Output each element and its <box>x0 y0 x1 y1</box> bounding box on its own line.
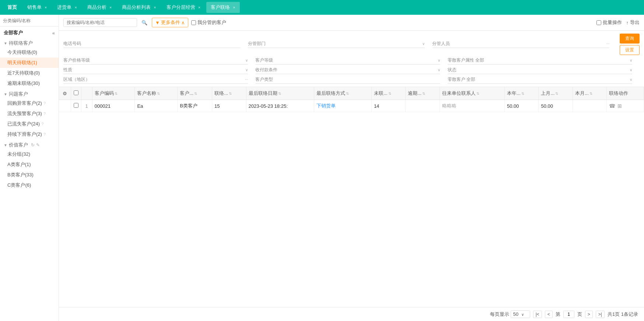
col-unlinked-sort[interactable]: ⇅ <box>388 92 391 96</box>
row-customer-name[interactable]: Ea <box>135 100 178 112</box>
sidebar-item-today[interactable]: 今天待联络(0) <box>0 47 59 58</box>
filter-field-payment[interactable]: 收付款条件 ∨ <box>255 67 440 74</box>
sidebar-group-value-refresh[interactable]: ↻ <box>31 142 35 148</box>
nav-home[interactable]: 首页 <box>3 2 21 13</box>
my-customers-check[interactable]: 我分管的客户 <box>191 19 226 26</box>
col-this-month[interactable]: 本月...⇅ <box>573 87 606 100</box>
filter-dept-arrow[interactable]: ∨ <box>422 42 425 46</box>
batch-op-btn[interactable]: 批量操作 <box>596 19 622 26</box>
col-customer-type-sort[interactable]: ⇅ <box>194 92 197 96</box>
row-checkbox[interactable] <box>74 103 78 108</box>
filter-person-dots[interactable]: ··· <box>606 42 609 46</box>
col-unit-contact-sort[interactable]: ⇅ <box>476 92 479 96</box>
col-last-contact-method-sort[interactable]: ⇅ <box>346 92 349 96</box>
sidebar-item-ungrouped[interactable]: 未分组(32) <box>0 149 59 159</box>
col-contact-count[interactable]: 联络...⇅ <box>212 87 246 100</box>
export-btn[interactable]: ↑ 导出 <box>626 19 640 26</box>
sidebar-all-customers-header[interactable]: 全部客户 « <box>0 27 59 38</box>
more-conditions-btn[interactable]: ▼ 更多条件 ∧ <box>152 18 188 27</box>
nav-close-customer-contact[interactable]: × <box>233 5 235 10</box>
col-customer-name[interactable]: 客户名称⇅ <box>135 87 178 100</box>
sidebar-collapse-icon[interactable]: « <box>52 30 55 36</box>
col-this-year[interactable]: 本年...⇅ <box>505 87 539 100</box>
page-next-btn[interactable]: > <box>585 311 593 318</box>
filter-field-customer-grade[interactable]: 客户等级 ∨ <box>255 57 440 65</box>
sidebar-item-repurchase-abnormal[interactable]: 回购异常客户(2) ? <box>0 98 59 108</box>
row-contact-method-link[interactable]: 下销货单 <box>316 103 336 108</box>
filter-retail-customer-arrow[interactable]: ∨ <box>630 77 632 82</box>
col-last-month-sort[interactable]: ⇅ <box>555 92 558 96</box>
filter-region-dots[interactable]: ··· <box>245 77 248 82</box>
nav-item-goods-list[interactable]: 商品分析列表 × <box>118 2 160 13</box>
filter-field-status[interactable]: 状态 ∨ <box>448 67 632 74</box>
filter-payment-arrow[interactable]: ∨ <box>438 68 440 72</box>
row-action-phone-icon[interactable]: ☎ <box>609 103 615 109</box>
col-this-year-sort[interactable]: ⇅ <box>521 92 524 96</box>
nav-close-sales[interactable]: × <box>45 5 47 10</box>
nav-item-customer-segment[interactable]: 客户分层经营 × <box>162 2 205 13</box>
sidebar-item-tomorrow[interactable]: 明天待联络(1) <box>0 58 59 68</box>
col-unlinked[interactable]: 未联...⇅ <box>371 87 405 100</box>
col-unit-contact[interactable]: 往来单位联系人⇅ <box>440 87 504 100</box>
row-check[interactable] <box>71 100 81 112</box>
filter-field-dept[interactable]: 分管部门 ∨ <box>248 41 425 48</box>
filter-field-region[interactable]: 区域（地区） ··· <box>63 76 248 84</box>
nav-close-goods-analysis[interactable]: × <box>109 5 112 10</box>
nav-item-sales[interactable]: 销售单 × <box>23 2 51 13</box>
col-gear[interactable]: ⚙ <box>59 87 71 100</box>
page-last-btn[interactable]: >| <box>596 311 605 318</box>
settings-button[interactable]: 设置 <box>620 45 640 55</box>
col-customer-code-sort[interactable]: ⇅ <box>115 92 118 96</box>
nav-item-customer-contact[interactable]: 客户联络 × <box>206 2 239 13</box>
row-action-grid-icon[interactable]: ⊞ <box>617 103 622 109</box>
col-customer-name-sort[interactable]: ⇅ <box>157 92 160 96</box>
sidebar-item-declining[interactable]: 持续下滑客户(2) ? <box>0 129 59 139</box>
col-last-contact-method[interactable]: 最后联络方式⇅ <box>314 87 371 100</box>
sidebar-item-lost[interactable]: 已流失客户(24) ? <box>0 119 59 129</box>
sidebar-item-classC[interactable]: C类客户(6) <box>0 180 59 190</box>
filter-field-customer-type[interactable]: 客户类型 <box>255 76 440 84</box>
sidebar-item-7days[interactable]: 近7天待联络(0) <box>0 68 59 78</box>
filter-customer-grade-arrow[interactable]: ∨ <box>438 58 440 62</box>
filter-status-arrow[interactable]: ∨ <box>630 68 632 72</box>
select-all-checkbox[interactable] <box>74 90 78 95</box>
col-this-month-sort[interactable]: ⇅ <box>589 92 592 96</box>
filter-field-retail-attr[interactable]: 零散客户属性 全部 ∨ <box>448 57 632 65</box>
sidebar-item-overdue[interactable]: 逾期未联络(30) <box>0 78 59 89</box>
filter-field-price-grade[interactable]: 客户价格等级 ∨ <box>63 57 248 65</box>
col-last-contact-date-sort[interactable]: ⇅ <box>278 92 281 96</box>
nav-item-goods-analysis[interactable]: 商品分析 × <box>83 2 116 13</box>
my-customers-checkbox[interactable] <box>191 20 196 25</box>
col-overdue[interactable]: 逾期...⇅ <box>406 87 440 100</box>
row-last-contact-method[interactable]: 下销货单 <box>314 100 371 112</box>
sidebar-item-loss-warning[interactable]: 流失预警客户(3) ? <box>0 108 59 119</box>
col-last-contact-date[interactable]: 最后联络日期⇅ <box>246 87 314 100</box>
col-last-month[interactable]: 上月...⇅ <box>539 87 573 100</box>
filter-field-person[interactable]: 分管人员 ··· <box>432 41 609 48</box>
filter-nature-arrow[interactable]: ∨ <box>245 68 248 72</box>
nav-close-purchase[interactable]: × <box>74 5 77 10</box>
sidebar-item-classB[interactable]: B类客户(33) <box>0 170 59 180</box>
sidebar-item-classA[interactable]: A类客户(1) <box>0 159 59 170</box>
col-customer-type[interactable]: 客户...⇅ <box>178 87 212 100</box>
col-contact-count-sort[interactable]: ⇅ <box>229 92 232 96</box>
col-overdue-sort[interactable]: ⇅ <box>422 92 425 96</box>
filter-search-input[interactable] <box>63 18 137 27</box>
row-customer-code[interactable]: 000021 <box>92 100 135 112</box>
col-check[interactable] <box>71 87 81 100</box>
page-prev-btn[interactable]: < <box>545 311 553 318</box>
query-button[interactable]: 查询 <box>620 34 640 44</box>
nav-item-purchase[interactable]: 进货单 × <box>53 2 81 13</box>
sidebar-group-value-edit[interactable]: ✎ <box>36 142 40 148</box>
sidebar-search-input[interactable] <box>3 18 58 23</box>
filter-field-nature[interactable]: 性质 ∨ <box>63 67 248 74</box>
filter-retail-attr-arrow[interactable]: ∨ <box>630 58 632 62</box>
filter-field-phone[interactable]: 电话号码 <box>63 41 241 48</box>
nav-close-customer-segment[interactable]: × <box>198 5 200 10</box>
col-customer-code[interactable]: 客户编码⇅ <box>92 87 135 100</box>
filter-search-button[interactable]: 🔍 <box>140 18 149 27</box>
page-number-input[interactable] <box>563 311 574 318</box>
batch-op-checkbox[interactable] <box>596 20 601 25</box>
page-first-btn[interactable]: |< <box>533 311 542 318</box>
page-size-value[interactable]: 50 ∨ <box>511 310 530 318</box>
